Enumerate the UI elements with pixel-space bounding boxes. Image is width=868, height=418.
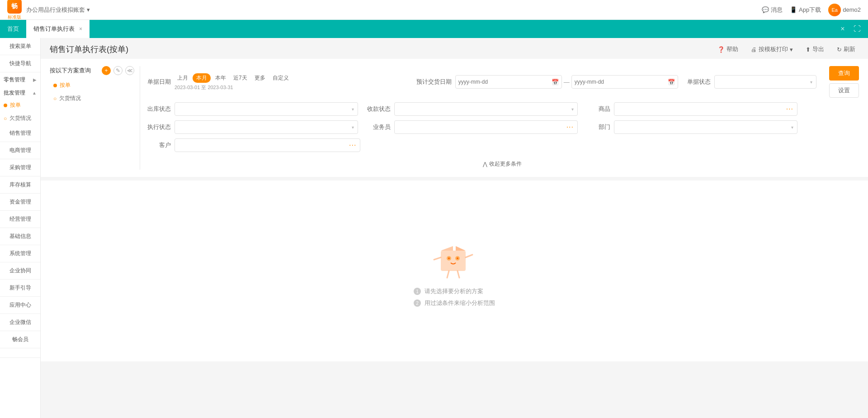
- top-header: 畅 标准版 办公用品行业模拟账套 ▾ 💬 消息 📱 App下载 Ea demo2: [0, 0, 868, 20]
- filter-add-btn[interactable]: +: [102, 66, 111, 75]
- collection-chevron-icon: ▾: [571, 107, 574, 112]
- query-btn[interactable]: 查询: [829, 66, 859, 81]
- sidebar-search-label: 搜索菜单: [9, 43, 31, 50]
- expected-date-end[interactable]: 📅: [571, 75, 678, 89]
- scheme-dot-icon: [4, 104, 7, 107]
- sidebar-item-search[interactable]: 搜索菜单: [0, 38, 40, 55]
- content-area: 销售订单执行表(按单) ❓ 帮助 🖨 按模板打印 ▾ ⬆ 导出 ↻ 刷新: [41, 38, 868, 418]
- filter-actions: 查询 设置: [824, 66, 859, 98]
- help-icon: ❓: [717, 46, 725, 53]
- filter-right: 单据日期 上月 本月 本年 近7天 更多 自定义 20: [146, 66, 859, 170]
- filter-collapse-left-btn[interactable]: ≪: [125, 66, 134, 75]
- expected-date-end-input[interactable]: [575, 79, 611, 85]
- export-btn[interactable]: ⬆ 导出: [802, 43, 828, 55]
- status-chevron-icon: ▾: [810, 80, 812, 85]
- filter-left-icons: + ✎ ≪: [102, 66, 134, 75]
- date-btn-custom[interactable]: 自定义: [270, 73, 292, 83]
- message-btn[interactable]: 💬 消息: [762, 6, 783, 14]
- customer-dots-icon: ···: [349, 141, 356, 149]
- print-arrow-icon: ▾: [790, 46, 793, 53]
- customer-select[interactable]: ···: [175, 138, 360, 152]
- outbound-select[interactable]: ▾: [175, 102, 358, 116]
- settings-btn[interactable]: 设置: [829, 83, 859, 98]
- tab-home[interactable]: 首页: [0, 20, 26, 38]
- filter-edit-btn[interactable]: ✎: [113, 66, 123, 75]
- collection-label: 收款状态: [365, 105, 391, 113]
- sidebar-item-marketing[interactable]: 销售管理: [0, 125, 40, 142]
- svg-line-7: [447, 271, 449, 278]
- tab-close-all-btn[interactable]: ×: [837, 24, 848, 34]
- sidebar-item-quicknav[interactable]: 快捷导航: [0, 55, 40, 72]
- tab-fullscreen-btn[interactable]: ⛶: [852, 24, 863, 34]
- exec-select[interactable]: ▾: [175, 120, 358, 134]
- avatar-text: Ea: [832, 7, 838, 13]
- sidebar-item-wholesale[interactable]: 批发管理 ▲: [0, 86, 40, 99]
- filter-scheme-item-active[interactable]: 按单: [50, 79, 134, 92]
- help-btn[interactable]: ❓ 帮助: [714, 43, 742, 55]
- sidebar-item-operation[interactable]: 基础信息: [0, 228, 40, 245]
- sidebar-corpwechat-label: 畅会员: [12, 336, 28, 343]
- salesperson-select[interactable]: ···: [394, 120, 578, 134]
- user-menu[interactable]: Ea demo2: [828, 4, 861, 16]
- sidebar-item-sales[interactable]: 电商管理: [0, 142, 40, 159]
- industry-selector[interactable]: 办公用品行业模拟账套 ▾: [26, 6, 90, 14]
- goods-select[interactable]: ···: [614, 102, 797, 116]
- tab-close-icon[interactable]: ×: [79, 26, 82, 32]
- date-btn-this-month[interactable]: 本月: [193, 73, 211, 83]
- sidebar-sub-scheme-active[interactable]: 按单: [0, 99, 40, 112]
- sidebar-marketing-label: 销售管理: [9, 129, 31, 137]
- header-left: 畅 标准版 办公用品行业模拟账套 ▾: [7, 0, 90, 20]
- sidebar-item-corpwechat[interactable]: 畅会员: [0, 331, 40, 348]
- expected-date-label: 预计交货日期: [415, 78, 452, 86]
- sidebar-sub-shortage[interactable]: ○ 欠货情况: [0, 112, 40, 125]
- sidebar-item-ecommerce[interactable]: 采购管理: [0, 159, 40, 176]
- collapse-up-icon: ⋀: [483, 161, 487, 167]
- dept-select[interactable]: ▾: [614, 120, 797, 134]
- data-area: 1 请先选择要分析的方案 2 用过滤条件来缩小分析范围: [41, 180, 868, 361]
- sidebar-item-appcenter[interactable]: 企业微信: [0, 314, 40, 331]
- sidebar-item-guide[interactable]: 应用中心: [0, 297, 40, 314]
- sidebar-item-member[interactable]: [0, 348, 40, 358]
- expected-date-start[interactable]: 📅: [455, 75, 562, 89]
- dept-chevron-icon: ▾: [791, 125, 793, 130]
- date-btn-7days[interactable]: 近7天: [231, 73, 250, 83]
- sidebar-wholesale-label: 批发管理: [4, 89, 25, 97]
- sidebar-item-retail[interactable]: 零售管理 ▶: [0, 72, 40, 86]
- svg-point-4: [457, 257, 458, 259]
- sidebar-item-cooperation[interactable]: 新手引导: [0, 280, 40, 297]
- calendar-start-icon: 📅: [552, 79, 559, 86]
- sidebar-wholesale-arrow-icon: ▲: [32, 90, 37, 95]
- date-btn-this-year[interactable]: 本年: [212, 73, 229, 83]
- sidebar-item-system[interactable]: 企业协同: [0, 262, 40, 280]
- date-btn-last-month[interactable]: 上月: [175, 73, 191, 83]
- app-download-btn[interactable]: 📱 App下载: [790, 6, 821, 14]
- message-label: 消息: [771, 6, 783, 14]
- filter-sub-shortage[interactable]: ○ 欠货情况: [50, 92, 134, 105]
- filter-cell-dept: 部门 ▾: [585, 120, 797, 134]
- status-select[interactable]: ▾: [714, 75, 816, 89]
- refresh-btn[interactable]: ↻ 刷新: [833, 43, 859, 55]
- collection-select[interactable]: ▾: [394, 102, 578, 116]
- tab-sales-exec[interactable]: 销售订单执行表 ×: [26, 20, 90, 38]
- date-btn-more[interactable]: 更多: [252, 73, 268, 83]
- filter-scheme-label: 按以下方案查询: [50, 66, 91, 75]
- collapse-btn[interactable]: ⋀ 收起更多条件: [146, 157, 859, 170]
- sidebar-item-purchase[interactable]: 库存核算: [0, 176, 40, 194]
- svg-rect-0: [441, 251, 466, 271]
- filter-cell-expected-date: 预计交货日期 📅 — 📅: [415, 75, 678, 89]
- sidebar-item-inventory[interactable]: 资金管理: [0, 194, 40, 211]
- sub-scheme-label: 欠货情况: [59, 95, 81, 102]
- date-separator: —: [564, 79, 570, 86]
- sidebar-item-finance[interactable]: 经营管理: [0, 211, 40, 228]
- svg-point-3: [448, 257, 450, 259]
- export-label: 导出: [812, 45, 824, 53]
- empty-icon: [432, 235, 477, 280]
- calendar-end-icon: 📅: [668, 79, 675, 86]
- print-template-btn[interactable]: 🖨 按模板打印 ▾: [747, 43, 797, 55]
- help-label: 帮助: [726, 45, 738, 53]
- exec-label: 执行状态: [146, 123, 171, 131]
- shortage-circle-icon: ○: [53, 95, 57, 102]
- expected-date-start-input[interactable]: [458, 79, 495, 85]
- sidebar-item-basic[interactable]: 系统管理: [0, 245, 40, 262]
- sidebar-system-label: 企业协同: [9, 267, 31, 275]
